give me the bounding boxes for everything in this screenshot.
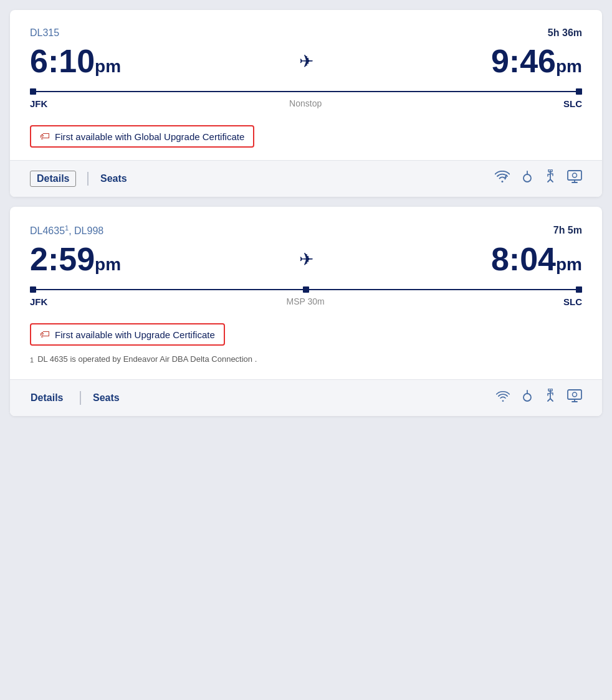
power-icon-2 <box>521 389 533 407</box>
flight-duration-2: 7h 5m <box>553 225 582 236</box>
seats-link-1[interactable]: Seats <box>100 170 133 187</box>
svg-point-0 <box>524 174 531 182</box>
flight-header-1: DL315 5h 36m <box>30 27 582 39</box>
stop-label-2: MSP 30m <box>287 296 325 306</box>
route-line-1 <box>36 91 576 92</box>
route-2: JFK MSP 30m SLC <box>30 286 582 307</box>
usb-icon-2 <box>545 389 556 407</box>
upgrade-badge-2[interactable]: 🏷 First available with Upgrade Certifica… <box>30 323 225 346</box>
footer-divider-2 <box>80 391 81 405</box>
flight-card-2: DL46351, DL998 7h 5m 2:59pm ✈ 8:04pm JFK <box>10 207 602 416</box>
footer-icons-2 <box>496 389 582 407</box>
upgrade-text-2: First available with Upgrade Certificate <box>55 329 215 340</box>
route-track-1 <box>30 88 582 95</box>
flight-duration-1: 5h 36m <box>548 27 582 39</box>
wifi-icon-1 <box>495 171 510 187</box>
footer-divider-1 <box>87 172 88 186</box>
tag-icon-2: 🏷 <box>40 329 50 340</box>
route-labels-2: JFK MSP 30m SLC <box>30 296 582 307</box>
dest-label-2: SLC <box>563 296 582 307</box>
depart-time-1: 6:10pm <box>30 45 121 77</box>
flight-footer-2: Details Seats <box>10 379 602 416</box>
arrive-time-2: 8:04pm <box>491 243 582 275</box>
origin-label-1: JFK <box>30 98 47 109</box>
plane-icon-1: ✈ <box>299 51 313 72</box>
svg-rect-6 <box>568 390 581 399</box>
route-track-2 <box>30 286 582 293</box>
arrive-time-1: 9:46pm <box>491 45 582 77</box>
plane-icon-2: ✈ <box>299 249 313 270</box>
flight-main-1: DL315 5h 36m 6:10pm ✈ 9:46pm JFK Nonstop… <box>10 10 602 160</box>
usb-icon-1 <box>545 169 556 188</box>
route-line-2b <box>309 289 576 290</box>
route-dot-dest-2 <box>576 286 582 293</box>
origin-label-2: JFK <box>30 296 47 307</box>
route-dot-origin-1 <box>30 88 36 95</box>
wifi-icon-2 <box>496 390 510 406</box>
flight-times-2: 2:59pm ✈ 8:04pm <box>30 243 582 275</box>
svg-rect-2 <box>568 171 581 180</box>
tag-icon-1: 🏷 <box>40 131 50 142</box>
route-dot-stop-2 <box>303 286 309 293</box>
screen-icon-2 <box>567 389 582 407</box>
svg-point-7 <box>573 392 577 397</box>
upgrade-text-1: First available with Global Upgrade Cert… <box>55 131 244 142</box>
footer-icons-1 <box>495 169 582 188</box>
power-icon-1 <box>521 170 533 187</box>
screen-icon-1 <box>567 170 582 187</box>
details-link-2[interactable]: Details <box>30 389 69 407</box>
route-dot-dest-1 <box>576 88 582 95</box>
dest-label-1: SLC <box>563 98 582 109</box>
footnote-text-2: DL 4635 is operated by Endeavor Air DBA … <box>37 354 257 367</box>
details-link-1[interactable]: Details <box>30 171 76 187</box>
flight-number-2: DL46351, DL998 <box>30 224 103 237</box>
route-labels-1: JFK Nonstop SLC <box>30 98 582 109</box>
footnote-sup-2: 1 <box>30 354 34 367</box>
flight-header-2: DL46351, DL998 7h 5m <box>30 224 582 237</box>
flight-number-1: DL315 <box>30 27 59 39</box>
flight-card-1: DL315 5h 36m 6:10pm ✈ 9:46pm JFK Nonstop… <box>10 10 602 197</box>
flight-footer-1: Details Seats <box>10 160 602 197</box>
route-dot-origin-2 <box>30 286 36 293</box>
upgrade-badge-1[interactable]: 🏷 First available with Global Upgrade Ce… <box>30 125 254 148</box>
route-line-2a <box>36 289 303 290</box>
route-1: JFK Nonstop SLC <box>30 88 582 109</box>
stop-label-1: Nonstop <box>289 98 322 108</box>
flight-times-1: 6:10pm ✈ 9:46pm <box>30 45 582 77</box>
seats-link-2[interactable]: Seats <box>92 389 125 407</box>
svg-point-3 <box>573 173 577 177</box>
footnote-2: 1 DL 4635 is operated by Endeavor Air DB… <box>30 354 582 367</box>
svg-point-4 <box>524 394 531 401</box>
flight-main-2: DL46351, DL998 7h 5m 2:59pm ✈ 8:04pm JFK <box>10 207 602 379</box>
depart-time-2: 2:59pm <box>30 243 121 275</box>
